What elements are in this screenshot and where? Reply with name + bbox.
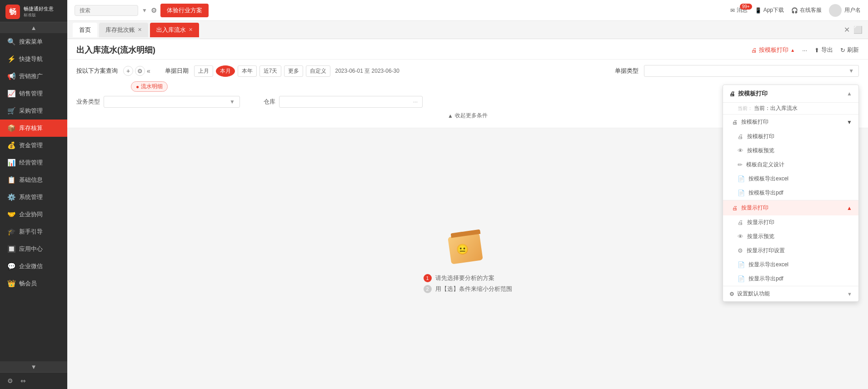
print-template-btn[interactable]: 🖨 按模板打印 ▲ — [751, 46, 795, 54]
template-custom-item[interactable]: ✏ 模板自定义设计 — [723, 158, 858, 172]
user-menu[interactable]: 用户名 — [829, 4, 861, 17]
tab-home[interactable]: 首页 — [73, 23, 97, 37]
printer-header-icon: 🖨 — [729, 90, 735, 97]
sidebar-item-member[interactable]: 👑 畅会员 — [0, 275, 67, 292]
chevron-up-icon: ▲ — [448, 113, 453, 119]
page-header: 出入库流水(流水明细) 🖨 按模板打印 ▲ ··· ⬆ 导出 ↻ 刷新 — [67, 39, 868, 60]
service-btn[interactable]: 🎧 在线客服 — [791, 6, 822, 14]
warehouse-more-icon: ··· — [413, 99, 418, 105]
close-batch-tab[interactable]: ✕ — [138, 27, 142, 33]
topbar: ▼ ⚙ 体验行业方案 ✉ 消息 99+ 📱 App下载 🎧 在线客服 用户名 — [67, 0, 868, 21]
refresh-icon: ↻ — [840, 47, 845, 54]
date-more-btn[interactable]: 更多 — [284, 65, 303, 77]
topbar-search-input[interactable] — [75, 5, 138, 16]
sidebar-item-wechat[interactable]: 💬 企业微信 — [0, 258, 67, 275]
trial-btn[interactable]: 体验行业方案 — [160, 4, 209, 17]
date-this-year-btn[interactable]: 本年 — [238, 65, 257, 77]
export-btn[interactable]: ⬆ 导出 — [814, 46, 833, 54]
filter-add-btn[interactable]: + — [123, 66, 133, 76]
template-preview-item[interactable]: 👁 按模板预览 — [723, 144, 858, 158]
tab-flow[interactable]: 出入库流水 ✕ — [150, 23, 199, 37]
sidebar-scroll-up[interactable]: ▲ — [0, 22, 67, 33]
sidebar-item-shortcut[interactable]: ⚡ 快捷导航 — [0, 50, 67, 68]
maximize-btn[interactable]: ⬜ — [853, 25, 863, 34]
display-section-chevron-icon[interactable]: ▲ — [847, 205, 852, 211]
phone-icon: 📱 — [755, 7, 762, 14]
member-icon: 👑 — [7, 279, 15, 288]
dropdown-header[interactable]: 🖨 按模板打印 ▲ — [723, 85, 858, 103]
app-download-btn[interactable]: 📱 App下载 — [755, 6, 784, 14]
tabbar: 首页 库存批次账 ✕ 出入库流水 ✕ ✕ ⬜ — [67, 21, 868, 39]
sidebar-item-appcenter[interactable]: 🔲 应用中心 — [0, 240, 67, 258]
template-custom-icon: ✏ — [738, 161, 743, 168]
operation-icon: 📊 — [7, 159, 15, 167]
template-print-section-header[interactable]: 🖨 按模板打印 ▼ — [723, 115, 858, 130]
date-7days-btn[interactable]: 近7天 — [259, 65, 282, 77]
finance-icon: 💰 — [7, 141, 15, 150]
doc-type-select[interactable]: ▼ — [644, 65, 859, 77]
topbar-left: ▼ ⚙ 体验行业方案 — [75, 4, 725, 17]
more-actions-btn[interactable]: ··· — [802, 47, 807, 54]
warehouse-label: 仓库 — [264, 98, 275, 106]
empty-steps: 1 请先选择要分析的方案 2 用【选】条件来缩小分析范围 — [424, 274, 512, 296]
date-custom-btn[interactable]: 自定义 — [306, 65, 330, 77]
logo-icon: 畅 — [5, 5, 20, 19]
display-print-item[interactable]: 🖨 按显示打印 — [723, 215, 858, 229]
template-section-chevron-icon[interactable]: ▼ — [847, 119, 852, 125]
export-icon: ⬆ — [814, 47, 819, 54]
dropdown-template-section: 🖨 按模板打印 ▼ 🖨 按模板打印 👁 按模板预览 ✏ 模板自定义设计 — [723, 115, 858, 200]
biz-type-input[interactable]: ▼ — [104, 96, 240, 108]
display-preview-item[interactable]: 👁 按显示预览 — [723, 229, 858, 244]
message-btn[interactable]: ✉ 消息 99+ — [730, 6, 748, 14]
doc-type-chevron-icon: ▼ — [848, 68, 854, 74]
settings-footer-icon: ⚙ — [729, 291, 734, 297]
date-range: 2023-06-01 至 2023-06-30 — [335, 67, 399, 75]
display-print-section-header[interactable]: 🖨 按显示打印 ▲ — [723, 200, 858, 215]
topbar-chevron-icon[interactable]: ▼ — [142, 7, 147, 14]
warehouse-input[interactable]: ··· — [279, 96, 423, 108]
refresh-btn[interactable]: ↻ 刷新 — [840, 46, 859, 54]
sidebar-item-system[interactable]: ⚙️ 系统管理 — [0, 189, 67, 206]
display-export-pdf-item[interactable]: 📄 按显示导出pdf — [723, 272, 858, 286]
sidebar-item-purchase[interactable]: 🛒 采购管理 — [0, 102, 67, 120]
template-export-pdf-item[interactable]: 📄 按模板导出pdf — [723, 186, 858, 200]
filter-set-btn[interactable]: ⚙ — [135, 66, 145, 76]
sidebar-item-finance[interactable]: 💰 资金管理 — [0, 137, 67, 154]
sidebar-item-collab[interactable]: 🤝 企业协同 — [0, 206, 67, 223]
display-export-excel-item[interactable]: 📄 按显示导出excel — [723, 258, 858, 272]
sidebar-item-sales[interactable]: 📈 销售管理 — [0, 85, 67, 102]
empty-illustration: 😐 — [445, 221, 490, 267]
filter-collapse-btn[interactable]: « — [147, 67, 150, 75]
marketing-icon: 📢 — [7, 72, 15, 80]
topbar-gear-icon[interactable]: ⚙ — [151, 6, 157, 15]
sidebar-item-marketing[interactable]: 📢 营销推广 — [0, 68, 67, 85]
date-current-month-btn[interactable]: 本月 — [216, 65, 235, 77]
display-print-setting-item[interactable]: ⚙ 按显示打印设置 — [723, 244, 858, 258]
sidebar-item-search[interactable]: 🔍 搜索菜单 — [0, 33, 67, 50]
settings-bottom-btn[interactable]: ⚙ — [7, 377, 13, 384]
sidebar-item-basic[interactable]: 📋 基础信息 — [0, 171, 67, 189]
filter-chip-liushuimingxi[interactable]: ● 流水明细 — [131, 81, 168, 92]
dropdown-collapse-icon[interactable]: ▲ — [847, 90, 852, 97]
sidebar-item-guide[interactable]: 🎓 新手引导 — [0, 223, 67, 240]
sidebar-item-inventory[interactable]: 📦 库存核算 — [0, 120, 67, 137]
template-preview-icon: 👁 — [738, 147, 743, 154]
filter-section-label: 按以下方案查询 — [76, 67, 118, 75]
sidebar-scroll-down[interactable]: ▼ — [0, 361, 67, 372]
footer-chevron-icon[interactable]: ▼ — [847, 291, 852, 297]
biz-type-label: 业务类型 — [76, 98, 100, 106]
display-preview-icon: 👁 — [738, 233, 743, 240]
template-print-item[interactable]: 🖨 按模板打印 — [723, 130, 858, 144]
collapse-sidebar-btn[interactable]: ⇔ — [20, 377, 26, 384]
tab-batch[interactable]: 库存批次账 ✕ — [99, 23, 148, 37]
collab-icon: 🤝 — [7, 210, 15, 219]
close-all-tabs-btn[interactable]: ✕ — [844, 25, 850, 34]
close-flow-tab[interactable]: ✕ — [189, 27, 193, 33]
date-last-month-btn[interactable]: 上月 — [194, 65, 213, 77]
system-icon: ⚙️ — [7, 193, 15, 201]
dropdown-footer[interactable]: ⚙ 设置默认功能 ▼ — [723, 286, 858, 301]
main-area: ▼ ⚙ 体验行业方案 ✉ 消息 99+ 📱 App下载 🎧 在线客服 用户名 — [67, 0, 868, 389]
dropdown-display-section: 🖨 按显示打印 ▲ 🖨 按显示打印 👁 按显示预览 ⚙ 按显示打印设置 — [723, 200, 858, 286]
template-export-excel-item[interactable]: 📄 按模板导出excel — [723, 172, 858, 186]
sidebar-item-operation[interactable]: 📊 经营管理 — [0, 154, 67, 171]
